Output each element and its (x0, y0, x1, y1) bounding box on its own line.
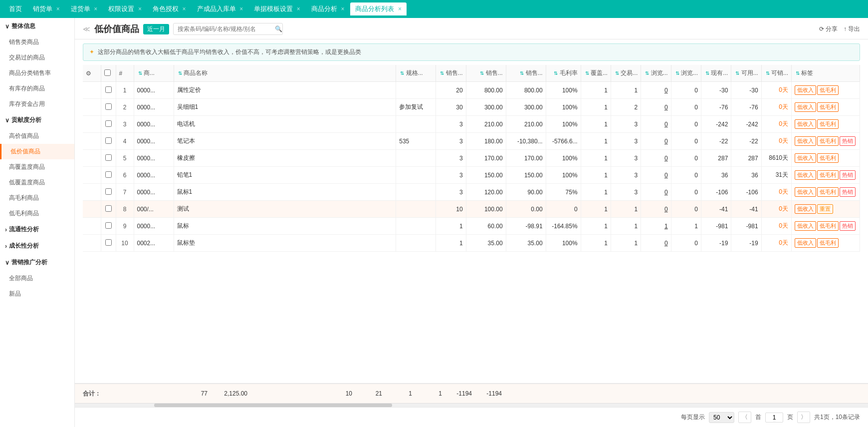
sidebar-item-low-value[interactable]: 低价值商品 (0, 144, 74, 159)
th-browse2[interactable]: ⇅ 浏览... (671, 65, 701, 82)
close-analysis-icon[interactable]: × (341, 5, 344, 12)
th-margin[interactable]: ⇅ 毛利率 (546, 65, 581, 82)
sort-spec-icon[interactable]: ⇅ (400, 70, 404, 76)
th-cover[interactable]: ⇅ 覆盖... (581, 65, 611, 82)
row-checkbox-cell[interactable] (101, 82, 116, 99)
th-price[interactable]: ⇅ 销售... (466, 65, 506, 82)
sidebar-section-liquidity[interactable]: › 流通性分析 (0, 221, 74, 238)
nav-analysis[interactable]: 商品分析 × (306, 2, 350, 15)
row-name[interactable]: 属性定价 (174, 82, 396, 99)
sidebar-item-traded-goods[interactable]: 交易过的商品 (0, 50, 74, 65)
sort-cover-icon[interactable]: ⇅ (585, 70, 589, 76)
th-current[interactable]: ⇅ 现有... (701, 65, 731, 82)
sort-available-icon[interactable]: ⇅ (735, 70, 739, 76)
row-checkbox[interactable] (105, 86, 112, 93)
th-tags[interactable]: ⇅ 标签 (792, 65, 860, 82)
sidebar-section-marketing[interactable]: ∨ 营销推广分析 (0, 254, 74, 271)
select-all-checkbox[interactable] (104, 69, 111, 76)
nav-purchase[interactable]: 进货单 × (66, 2, 103, 15)
nav-sales[interactable]: 销货单 × (28, 2, 65, 15)
row-name[interactable]: 测试 (174, 201, 396, 218)
close-analysis-list-icon[interactable]: × (398, 5, 402, 12)
sidebar-item-high-value[interactable]: 高价值商品 (0, 128, 74, 144)
row-checkbox-cell[interactable] (101, 167, 116, 184)
th-sellable[interactable]: ⇅ 可销... (761, 65, 791, 82)
sort-name-icon[interactable]: ⇅ (178, 70, 182, 76)
row-browse1[interactable]: 0 (641, 116, 671, 133)
sort-tags-icon[interactable]: ⇅ (796, 70, 800, 76)
row-browse1[interactable]: 0 (641, 235, 671, 252)
sidebar-item-high-margin[interactable]: 高毛利商品 (0, 190, 74, 206)
row-name[interactable]: 橡皮擦 (174, 150, 396, 167)
row-browse1[interactable]: 0 (641, 150, 671, 167)
close-sales-icon[interactable]: × (56, 5, 60, 12)
close-purchase-icon[interactable]: × (94, 5, 97, 12)
th-no[interactable]: # (116, 65, 134, 82)
row-checkbox[interactable] (105, 120, 112, 127)
browse-link[interactable]: 0 (664, 104, 668, 111)
browse-link[interactable]: 1 (664, 223, 668, 230)
row-name[interactable]: 吴细细1 (174, 99, 396, 116)
th-qty[interactable]: ⇅ 销售... (436, 65, 466, 82)
sidebar-item-all-goods[interactable]: 全部商品 (0, 271, 74, 286)
row-browse1[interactable]: 0 (641, 184, 671, 201)
close-permission-icon[interactable]: × (138, 5, 142, 12)
th-code[interactable]: ⇅ 商... (134, 65, 174, 82)
row-checkbox-cell[interactable] (101, 99, 116, 116)
sidebar-item-low-margin[interactable]: 低毛利商品 (0, 206, 74, 221)
th-trade[interactable]: ⇅ 交易... (611, 65, 641, 82)
sort-margin-icon[interactable]: ⇅ (554, 70, 558, 76)
sidebar-item-stock-goods[interactable]: 有库存的商品 (0, 81, 74, 96)
search-icon[interactable]: 🔍 (275, 25, 282, 32)
row-checkbox-cell[interactable] (101, 133, 116, 150)
share-button[interactable]: ⟳ 分享 (819, 25, 838, 33)
sidebar-section-overall[interactable]: ∨ 整体信息 (0, 18, 74, 34)
settings-icon[interactable]: ⚙ (86, 70, 91, 77)
sidebar-section-growth[interactable]: › 成长性分析 (0, 238, 74, 254)
th-name[interactable]: ⇅ 商品名称 (174, 65, 396, 82)
nav-analysis-list[interactable]: 商品分析列表 × (350, 2, 407, 15)
nav-template[interactable]: 单据模板设置 × (249, 2, 305, 15)
row-browse1[interactable]: 0 (641, 133, 671, 150)
browse-link[interactable]: 0 (664, 172, 668, 179)
row-checkbox-cell[interactable] (101, 116, 116, 133)
browse-link[interactable]: 0 (664, 189, 668, 196)
nav-product-in[interactable]: 产成品入库单 × (192, 2, 248, 15)
per-page-select[interactable]: 50 100 200 (709, 412, 734, 423)
row-browse1[interactable]: 0 (641, 167, 671, 184)
page-number-input[interactable] (765, 413, 783, 423)
browse-link[interactable]: 0 (664, 138, 668, 145)
sidebar-item-new-goods[interactable]: 新品 (0, 286, 74, 302)
row-checkbox[interactable] (105, 188, 112, 195)
first-page-button[interactable]: 〈 (738, 412, 751, 423)
sort-qty-icon[interactable]: ⇅ (440, 70, 444, 76)
sidebar-item-stock-fund[interactable]: 库存资金占用 (0, 96, 74, 112)
filter-tag[interactable]: 近一月 (143, 24, 169, 34)
sidebar-item-sales-goods[interactable]: 销售类商品 (0, 34, 74, 50)
nav-permission[interactable]: 权限设置 × (103, 2, 147, 15)
close-role-icon[interactable]: × (183, 5, 186, 12)
sort-current-icon[interactable]: ⇅ (705, 70, 709, 76)
row-browse1[interactable]: 0 (641, 99, 671, 116)
th-available[interactable]: ⇅ 可用... (731, 65, 761, 82)
row-checkbox-cell[interactable] (101, 184, 116, 201)
row-checkbox-cell[interactable] (101, 218, 116, 235)
row-name[interactable]: 鼠标垫 (174, 235, 396, 252)
th-gear[interactable]: ⚙ (83, 65, 101, 82)
th-browse1[interactable]: ⇅ 浏览... (641, 65, 671, 82)
sort-code-icon[interactable]: ⇅ (138, 70, 142, 76)
table-container[interactable]: ⚙ # ⇅ 商... ⇅ 商品名称 ⇅ 规格... ⇅ 销售... ⇅ 销售..… (75, 65, 868, 383)
row-name[interactable]: 电话机 (174, 116, 396, 133)
close-template-icon[interactable]: × (297, 5, 300, 12)
row-checkbox[interactable] (105, 222, 112, 229)
search-input[interactable] (173, 23, 283, 35)
sort-price-icon[interactable]: ⇅ (480, 70, 484, 76)
export-button[interactable]: ↑ 导出 (844, 25, 860, 33)
row-browse1[interactable]: 0 (641, 82, 671, 99)
close-product-in-icon[interactable]: × (239, 5, 243, 12)
sidebar-section-contribution[interactable]: ∨ 贡献度分析 (0, 112, 74, 128)
th-check[interactable] (101, 65, 116, 82)
row-browse1[interactable]: 1 (641, 218, 671, 235)
sort-trade-icon[interactable]: ⇅ (615, 70, 619, 76)
browse-link[interactable]: 0 (664, 240, 668, 247)
